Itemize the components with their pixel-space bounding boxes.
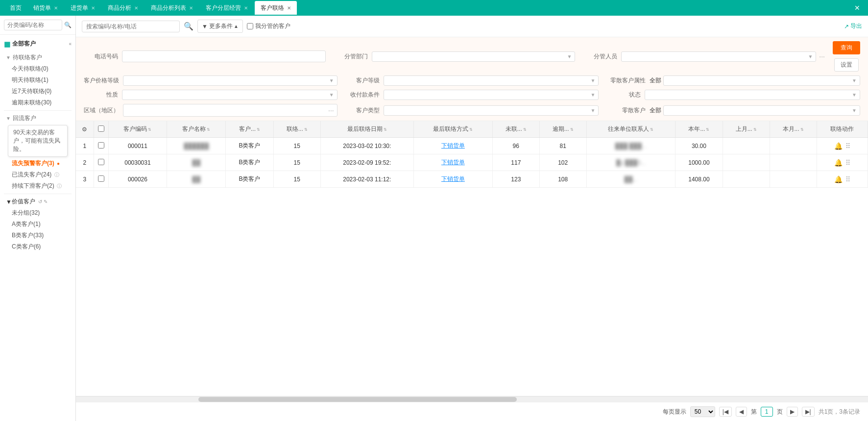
- sidebar-item-today[interactable]: 今天待联络(0): [4, 63, 72, 74]
- row-checkbox-3[interactable]: [98, 175, 104, 182]
- th-checkbox[interactable]: [94, 121, 108, 138]
- customer-type-select[interactable]: ▼: [384, 105, 599, 116]
- settings-button[interactable]: 设置: [834, 58, 859, 72]
- tab-sales[interactable]: 销货单 ✕: [27, 1, 64, 15]
- th-last-contact-way[interactable]: 最后联络方式⇅: [413, 121, 492, 138]
- tab-product-analysis-list-close[interactable]: ✕: [189, 5, 193, 11]
- tab-product-analysis[interactable]: 商品分析 ✕: [102, 1, 144, 15]
- th-unit-contacts[interactable]: 往来单位联系人⇅: [586, 121, 675, 138]
- sidebar-value-header[interactable]: ▼ 价值客户 ↺ ✎: [4, 196, 72, 207]
- app-close-button[interactable]: ✕: [850, 4, 864, 12]
- cell-action-3: 🔔 ⠿: [817, 171, 868, 188]
- cell-way-3[interactable]: 下销货单: [413, 171, 492, 188]
- more-conditions-btn[interactable]: ▼ 更多条件 ▲: [197, 20, 243, 33]
- cell-checkbox-3[interactable]: [94, 171, 108, 188]
- sidebar-pending-header[interactable]: ▼ 待联络客户: [4, 52, 72, 63]
- cell-way-1[interactable]: 下销货单: [413, 138, 492, 154]
- action-grid-icon-2[interactable]: ⠿: [845, 159, 850, 167]
- horizontal-scrollbar[interactable]: [76, 396, 868, 402]
- sidebar-item-b-class[interactable]: B类客户(33): [4, 230, 72, 241]
- sidebar-search-icon[interactable]: 🔍: [64, 22, 72, 28]
- tab-customer-contact-close[interactable]: ✕: [287, 5, 291, 11]
- action-bell-icon-3[interactable]: 🔔: [834, 175, 843, 183]
- th-code[interactable]: 客户编码⇅: [108, 121, 167, 138]
- contact-way-link-1[interactable]: 下销货单: [441, 142, 465, 149]
- query-button[interactable]: 查询: [833, 41, 860, 54]
- tab-customer-segment-close[interactable]: ✕: [244, 5, 248, 11]
- dept-select[interactable]: ▼: [372, 51, 576, 62]
- region-select[interactable]: ···: [123, 104, 338, 117]
- sidebar-item-lost-warning[interactable]: 流失预警客户(3) ●: [4, 158, 72, 169]
- th-name[interactable]: 客户名称⇅: [167, 121, 226, 138]
- sidebar-all-customers[interactable]: ▦ 全部客户 «: [4, 38, 72, 50]
- action-grid-icon-3[interactable]: ⠿: [845, 175, 850, 183]
- th-this-month[interactable]: 本月...⇅: [770, 121, 817, 138]
- payment-select[interactable]: ▼: [384, 90, 599, 100]
- price-level-select[interactable]: ▼: [123, 75, 338, 86]
- sidebar-item-ungroup[interactable]: 未分组(32): [4, 207, 72, 219]
- th-settings[interactable]: ⚙: [76, 121, 94, 138]
- collapse-icon[interactable]: «: [69, 41, 72, 47]
- tab-purchase-label: 进货单: [71, 4, 88, 12]
- sidebar-item-tomorrow[interactable]: 明天待联络(1): [4, 74, 72, 86]
- row-checkbox-1[interactable]: [98, 142, 104, 149]
- next-page-btn[interactable]: ▶: [787, 407, 798, 417]
- tab-purchase-close[interactable]: ✕: [91, 5, 95, 11]
- action-grid-icon-1[interactable]: ⠿: [845, 142, 850, 150]
- sidebar-item-overdue[interactable]: 逾期未联络(30): [4, 97, 72, 108]
- zero-customer-select[interactable]: ▼: [663, 105, 860, 116]
- edit-icon[interactable]: ✎: [44, 199, 48, 204]
- manager-dots[interactable]: ···: [819, 52, 825, 60]
- filter-search-icon[interactable]: 🔍: [184, 22, 193, 31]
- sidebar-item-c-class[interactable]: C类客户(6): [4, 241, 72, 252]
- scroll-thumb[interactable]: [198, 397, 517, 402]
- cell-name-3: ██: [167, 171, 226, 188]
- customer-level-select[interactable]: ▼: [384, 75, 599, 86]
- cell-checkbox-1[interactable]: [94, 138, 108, 154]
- action-bell-icon-2[interactable]: 🔔: [834, 159, 843, 167]
- sidebar-item-back-drop[interactable]: 持续下滑客户(2) ⓘ: [4, 180, 72, 192]
- tab-product-analysis-close[interactable]: ✕: [134, 5, 138, 11]
- tab-sales-close[interactable]: ✕: [54, 5, 58, 11]
- contact-way-link-3[interactable]: 下销货单: [441, 175, 465, 182]
- th-uncontact[interactable]: 未联...⇅: [492, 121, 539, 138]
- tab-purchase[interactable]: 进货单 ✕: [65, 1, 101, 15]
- prev-page-btn[interactable]: ◀: [736, 407, 747, 417]
- th-last-month[interactable]: 上月...⇅: [723, 121, 770, 138]
- already-lost-label: 已流失客户(24): [12, 171, 51, 178]
- phone-input[interactable]: [122, 50, 326, 62]
- th-contact[interactable]: 联络...⇅: [273, 121, 320, 138]
- th-overdue[interactable]: 逾期...⇅: [539, 121, 586, 138]
- first-page-btn[interactable]: |◀: [719, 407, 732, 417]
- filter-search-input[interactable]: [82, 21, 180, 32]
- tab-customer-contact[interactable]: 客户联络 ✕: [255, 1, 297, 15]
- sidebar-lost-header[interactable]: ▼ 回流客户: [4, 113, 72, 124]
- nature-select[interactable]: ▼: [122, 90, 338, 100]
- sidebar-item-already-lost[interactable]: 已流失客户(24) ⓘ: [4, 169, 72, 180]
- cell-checkbox-2[interactable]: [94, 154, 108, 171]
- cell-way-2[interactable]: 下销货单: [413, 154, 492, 171]
- th-last-contact-date[interactable]: 最后联络日期⇅: [320, 121, 413, 138]
- contact-way-link-2[interactable]: 下销货单: [441, 159, 465, 166]
- my-customers-checkbox[interactable]: [247, 23, 253, 29]
- sidebar-item-week[interactable]: 近7天待联络(0): [4, 86, 72, 97]
- action-bell-icon-1[interactable]: 🔔: [834, 142, 843, 150]
- sidebar-search-input[interactable]: [4, 20, 62, 30]
- th-this-year[interactable]: 本年...⇅: [675, 121, 723, 138]
- last-page-btn[interactable]: ▶|: [802, 407, 815, 417]
- tab-home[interactable]: 首页: [4, 1, 27, 15]
- manager-select[interactable]: ▼: [621, 51, 816, 62]
- sidebar-item-a-class[interactable]: A类客户(1): [4, 219, 72, 230]
- per-page-select[interactable]: 50 100 200: [690, 406, 715, 417]
- status-select[interactable]: ▼: [645, 90, 860, 100]
- zero-attr-select[interactable]: ▼: [663, 75, 860, 86]
- tab-customer-segment[interactable]: 客户分层经营 ✕: [200, 1, 254, 15]
- th-type[interactable]: 客户...⇅: [226, 121, 274, 138]
- tab-product-analysis-list[interactable]: 商品分析列表 ✕: [145, 1, 199, 15]
- region-dots[interactable]: ···: [328, 106, 334, 114]
- refresh-icon[interactable]: ↺: [38, 199, 42, 204]
- export-button[interactable]: ↗ 导出: [844, 22, 862, 30]
- my-customers-checkbox-label[interactable]: 我分管的客户: [247, 22, 290, 30]
- select-all-checkbox[interactable]: [98, 125, 104, 132]
- row-checkbox-2[interactable]: [98, 159, 104, 165]
